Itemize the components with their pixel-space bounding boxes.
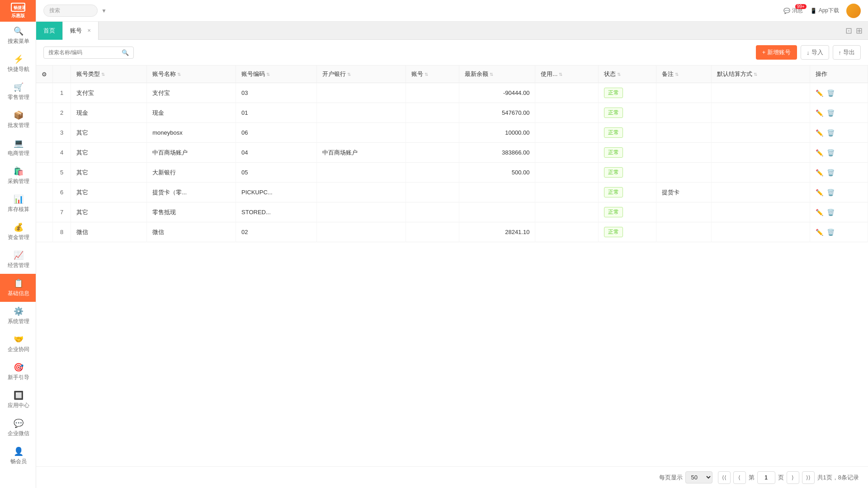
th-balance[interactable]: 最新余额⇅ bbox=[459, 66, 535, 83]
th-type[interactable]: 账号类型⇅ bbox=[71, 66, 147, 83]
sidebar-icon-enterprise-wechat: 💬 bbox=[14, 418, 24, 428]
delete-icon[interactable]: 🗑️ bbox=[827, 129, 835, 136]
sidebar-icon-quick-nav: ⚡ bbox=[14, 54, 24, 64]
next-page-button[interactable]: ⟩ bbox=[787, 471, 799, 484]
tab-restore-icon[interactable]: ⊡ bbox=[845, 26, 852, 36]
tab-account[interactable]: 账号 ✕ bbox=[63, 22, 99, 40]
edit-icon[interactable]: ✏️ bbox=[816, 129, 823, 136]
first-page-button[interactable]: ⟨⟨ bbox=[718, 471, 731, 484]
svg-text:畅捷通: 畅捷通 bbox=[14, 5, 24, 10]
row-account bbox=[406, 103, 459, 123]
edit-icon[interactable]: ✏️ bbox=[816, 89, 823, 97]
sidebar-label-operations-mgmt: 经营管理 bbox=[8, 262, 29, 269]
row-remark bbox=[656, 202, 711, 222]
sidebar-item-enterprise-agreement[interactable]: 🤝企业协同 bbox=[0, 330, 36, 358]
th-remark[interactable]: 备注⇅ bbox=[656, 66, 711, 83]
last-page-button[interactable]: ⟩⟩ bbox=[802, 471, 815, 484]
sidebar-item-wholesale-mgmt[interactable]: 📦批发管理 bbox=[0, 106, 36, 134]
row-account bbox=[406, 183, 459, 202]
sidebar-item-enterprise-wechat[interactable]: 💬企业微信 bbox=[0, 414, 36, 442]
download-icon: 📱 bbox=[810, 8, 817, 14]
row-default-settlement bbox=[712, 103, 810, 123]
delete-icon[interactable]: 🗑️ bbox=[827, 209, 835, 216]
delete-icon[interactable]: 🗑️ bbox=[827, 169, 835, 176]
row-code: 04 bbox=[236, 143, 317, 163]
sidebar-item-app-center[interactable]: 🔲应用中心 bbox=[0, 386, 36, 414]
sidebar-item-ecommerce-mgmt[interactable]: 💻电商管理 bbox=[0, 134, 36, 162]
delete-icon[interactable]: 🗑️ bbox=[827, 109, 835, 117]
row-index: 7 bbox=[53, 202, 71, 222]
sidebar-icon-finance-mgmt: 💰 bbox=[14, 222, 24, 232]
chevron-down-icon[interactable]: ▼ bbox=[101, 8, 107, 14]
pagination: ⟨⟨ ⟨ 第 页 ⟩ ⟩⟩ 共1页，8条记录 bbox=[718, 471, 859, 484]
row-default-settlement bbox=[712, 163, 810, 183]
tab-home-label: 首页 bbox=[43, 27, 55, 35]
sidebar-item-quick-nav[interactable]: ⚡快捷导航 bbox=[0, 50, 36, 78]
row-name: 提货卡（零... bbox=[147, 183, 236, 202]
sidebar-label-wholesale-mgmt: 批发管理 bbox=[8, 122, 29, 129]
table-row: 3 其它 moneybosx 06 10000.00 正常 ✏️ 🗑️ bbox=[36, 123, 868, 143]
sidebar-item-starter-guide[interactable]: 🎯新手引导 bbox=[0, 358, 36, 386]
edit-icon[interactable]: ✏️ bbox=[816, 209, 823, 216]
delete-icon[interactable]: 🗑️ bbox=[827, 229, 835, 236]
import-button[interactable]: ↓ 导入 bbox=[801, 45, 829, 60]
app-download-button[interactable]: 📱 App下载 bbox=[810, 7, 839, 14]
sidebar-item-operations-mgmt[interactable]: 📈经营管理 bbox=[0, 246, 36, 274]
page-number-input[interactable] bbox=[757, 471, 775, 484]
row-settings bbox=[36, 143, 53, 163]
row-code: STORED... bbox=[236, 202, 317, 222]
message-button[interactable]: 💬 消息 99+ bbox=[783, 7, 803, 14]
sidebar-item-finance-mgmt[interactable]: 💰资金管理 bbox=[0, 218, 36, 246]
search-icon[interactable]: 🔍 bbox=[122, 49, 129, 56]
user-avatar[interactable] bbox=[846, 4, 861, 18]
row-account bbox=[406, 222, 459, 242]
topbar: 搜索 ▼ 💬 消息 99+ 📱 App下载 bbox=[36, 0, 868, 22]
delete-icon[interactable]: 🗑️ bbox=[827, 189, 835, 196]
row-remark bbox=[656, 123, 711, 143]
th-default-settlement[interactable]: 默认结算方式⇅ bbox=[712, 66, 810, 83]
sidebar-item-purchase-mgmt[interactable]: 🛍️采购管理 bbox=[0, 162, 36, 190]
search-input[interactable] bbox=[48, 49, 119, 56]
prev-page-button[interactable]: ⟨ bbox=[733, 471, 746, 484]
page-size-select[interactable]: 50 20 100 bbox=[685, 471, 712, 483]
edit-icon[interactable]: ✏️ bbox=[816, 229, 823, 236]
th-usage[interactable]: 使用...⇅ bbox=[535, 66, 598, 83]
row-bank bbox=[316, 83, 406, 103]
sidebar-item-member[interactable]: 👤畅会员 bbox=[0, 442, 36, 470]
th-status[interactable]: 状态⇅ bbox=[598, 66, 656, 83]
row-usage bbox=[535, 83, 598, 103]
th-code[interactable]: 账号编码⇅ bbox=[236, 66, 317, 83]
delete-icon[interactable]: 🗑️ bbox=[827, 89, 835, 97]
add-account-button[interactable]: + 新增账号 bbox=[756, 45, 797, 60]
row-usage bbox=[535, 143, 598, 163]
edit-icon[interactable]: ✏️ bbox=[816, 189, 823, 196]
tab-home[interactable]: 首页 bbox=[36, 22, 63, 40]
row-type: 其它 bbox=[71, 202, 147, 222]
tab-close-icon[interactable]: ✕ bbox=[87, 28, 91, 33]
row-balance: 28241.10 bbox=[459, 222, 535, 242]
sidebar-item-system-mgmt[interactable]: ⚙️系统管理 bbox=[0, 302, 36, 330]
th-settings[interactable]: ⚙ bbox=[36, 66, 53, 83]
edit-icon[interactable]: ✏️ bbox=[816, 149, 823, 156]
edit-icon[interactable]: ✏️ bbox=[816, 169, 823, 176]
sidebar-item-basic-info[interactable]: 📋基础信息 bbox=[0, 274, 36, 302]
row-index: 8 bbox=[53, 222, 71, 242]
th-account[interactable]: 账号⇅ bbox=[406, 66, 459, 83]
tabbar: 首页 账号 ✕ ⊡ ⊞ bbox=[36, 22, 868, 40]
row-bank bbox=[316, 163, 406, 183]
sidebar-item-inventory-check[interactable]: 📊库存核算 bbox=[0, 190, 36, 218]
export-button[interactable]: ↑ 导出 bbox=[833, 45, 861, 60]
logo-icon: 畅捷通 bbox=[11, 3, 25, 12]
delete-icon[interactable]: 🗑️ bbox=[827, 149, 835, 156]
th-name[interactable]: 账号名称⇅ bbox=[147, 66, 236, 83]
row-status: 正常 bbox=[598, 83, 656, 103]
topbar-search[interactable]: 搜索 bbox=[43, 5, 98, 17]
sidebar-label-system-mgmt: 系统管理 bbox=[8, 318, 29, 325]
row-index: 1 bbox=[53, 83, 71, 103]
sidebar-item-search-menu[interactable]: 🔍搜索菜单 bbox=[0, 22, 36, 50]
edit-icon[interactable]: ✏️ bbox=[816, 109, 823, 117]
th-bank[interactable]: 开户银行⇅ bbox=[316, 66, 406, 83]
tab-maximize-icon[interactable]: ⊞ bbox=[856, 26, 863, 36]
row-default-settlement bbox=[712, 123, 810, 143]
sidebar-item-retail-mgmt[interactable]: 🛒零售管理 bbox=[0, 78, 36, 106]
